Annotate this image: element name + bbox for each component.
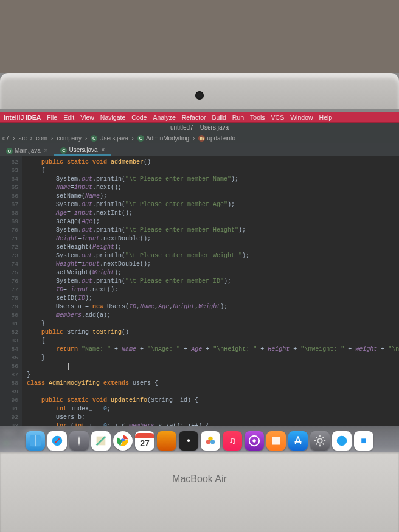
menu-file[interactable]: File <box>47 114 57 121</box>
dock-facetime-icon[interactable]: ■ <box>354 431 373 451</box>
dock-safari-icon[interactable] <box>47 431 67 451</box>
svg-point-8 <box>252 439 256 443</box>
screen: IntelliJ IDEA File Edit View Navigate Co… <box>0 112 399 452</box>
crumb-class[interactable]: AdminModyifing <box>137 134 189 142</box>
breadcrumb[interactable]: d7› src› com› company› Users.java› Admin… <box>0 133 399 143</box>
dock[interactable]: 27 • ♫ ■ <box>0 426 399 453</box>
svg-point-6 <box>210 440 215 444</box>
menu-view[interactable]: View <box>80 114 94 121</box>
dock-safari2-icon[interactable] <box>332 431 352 451</box>
code-editor[interactable]: 62 63 64 65 66 67 68 69 70 71 72 73 74 7… <box>0 156 399 427</box>
menu-navigate[interactable]: Navigate <box>100 114 125 121</box>
laptop-body: MacBook Air <box>0 452 399 532</box>
menu-edit[interactable]: Edit <box>63 114 74 121</box>
class-icon <box>91 134 97 142</box>
menu-analyze[interactable]: Analyze <box>153 114 175 121</box>
dock-calendar-icon[interactable]: 27 <box>135 431 154 451</box>
class-icon <box>137 134 144 142</box>
tab-users[interactable]: Users.java × <box>54 143 111 156</box>
class-icon <box>6 147 13 154</box>
dock-maps-icon[interactable] <box>91 431 111 451</box>
dock-app-black-icon[interactable]: • <box>179 431 198 451</box>
window-title: untitled7 – Users.java <box>0 123 399 133</box>
menu-refactor[interactable]: Refactor <box>182 114 206 121</box>
menu-build[interactable]: Build <box>212 114 226 121</box>
crumb-com[interactable]: com <box>36 135 47 142</box>
dock-books-icon[interactable] <box>266 431 286 451</box>
method-icon <box>198 134 205 142</box>
svg-point-10 <box>337 436 347 446</box>
dock-appstore-icon[interactable] <box>288 431 308 451</box>
menu-run[interactable]: Run <box>232 114 244 121</box>
dock-photos-icon[interactable] <box>201 431 220 451</box>
dock-finder-icon[interactable] <box>26 431 45 451</box>
dock-settings-icon[interactable] <box>310 431 330 451</box>
dock-launchpad-icon[interactable] <box>69 431 89 451</box>
dock-chrome-icon[interactable] <box>113 431 133 451</box>
svg-point-5 <box>206 440 210 444</box>
crumb-company[interactable]: company <box>57 135 82 142</box>
line-gutter: 62 63 64 65 66 67 68 69 70 71 72 73 74 7… <box>0 156 22 427</box>
menu-vcs[interactable]: VCS <box>271 114 285 121</box>
crumb-file[interactable]: Users.java <box>91 134 128 142</box>
laptop-brand: MacBook Air <box>172 474 227 485</box>
crumb-src[interactable]: src <box>18 135 26 142</box>
webcam <box>195 91 204 100</box>
menu-window[interactable]: Window <box>290 114 313 121</box>
desk-background <box>0 0 399 73</box>
dock-podcasts-icon[interactable] <box>245 431 264 451</box>
svg-point-9 <box>317 438 322 443</box>
code-area[interactable]: public static void addmember() { System.… <box>22 156 399 427</box>
dock-music-icon[interactable]: ♫ <box>223 431 242 451</box>
class-icon <box>60 147 67 154</box>
editor-tabs: Main.java × Users.java × <box>0 143 399 156</box>
crumb-method[interactable]: updateinfo <box>198 134 235 142</box>
crumb-project[interactable]: d7 <box>2 135 9 142</box>
tab-main[interactable]: Main.java × <box>0 143 54 156</box>
menu-code[interactable]: Code <box>131 114 147 121</box>
dock-app-icon[interactable] <box>157 431 176 451</box>
app-name[interactable]: IntelliJ IDEA <box>4 114 41 121</box>
menu-tools[interactable]: Tools <box>250 114 265 121</box>
menu-help[interactable]: Help <box>319 114 333 121</box>
menubar[interactable]: IntelliJ IDEA File Edit View Navigate Co… <box>0 112 399 123</box>
